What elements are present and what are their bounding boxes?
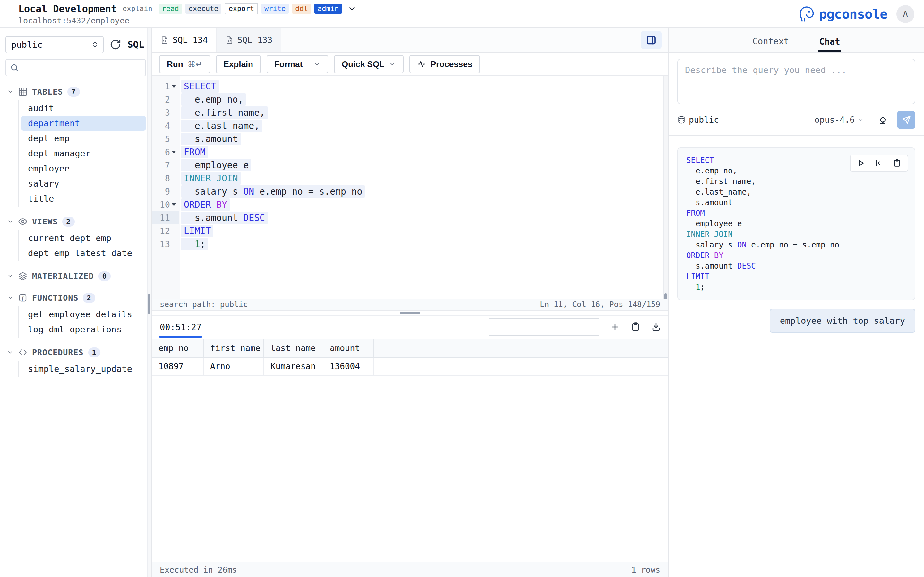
sidebar-item-log_dml_operations[interactable]: log_dml_operations: [21, 322, 145, 337]
section-items: get_employee_detailslog_dml_operations: [18, 306, 145, 338]
chat-composer: public opus-4.6: [669, 53, 924, 136]
explain-button[interactable]: Explain: [216, 55, 261, 73]
section-count-badge: 2: [62, 217, 74, 227]
editor-line[interactable]: 1SELECT: [152, 80, 668, 93]
sql-editor[interactable]: 1SELECT2 e.emp_no,3 e.first_name,4 e.las…: [152, 76, 668, 299]
editor-line[interactable]: 11 s.amount DESC: [152, 211, 668, 224]
code-token: ;: [200, 239, 206, 250]
download-results-button[interactable]: [651, 322, 661, 332]
editor-line[interactable]: 3 e.first_name,: [152, 106, 668, 119]
section-header-procedures[interactable]: PROCEDURES 1: [0, 345, 152, 359]
sidebar-item-current_dept_emp[interactable]: current_dept_emp: [21, 230, 145, 245]
statement-highlight: INNER JOIN: [181, 172, 241, 185]
section-header-views[interactable]: VIEWS 2: [0, 214, 152, 229]
insert-to-editor-icon[interactable]: [875, 159, 883, 167]
sidebar-item-audit[interactable]: audit: [21, 101, 145, 116]
composer-schema-chip[interactable]: public: [677, 115, 719, 125]
chat-history: SELECT e.emp_no, e.first_name, e.last_na…: [669, 136, 924, 577]
results-search-input[interactable]: [496, 322, 598, 332]
section-header-tables[interactable]: TABLES 7: [0, 85, 152, 99]
fold-icon[interactable]: [170, 80, 178, 93]
model-select[interactable]: opus-4.6: [814, 115, 864, 125]
result-cell: Arno: [204, 358, 264, 376]
fold-icon[interactable]: [170, 198, 178, 211]
sidebar-item-employee[interactable]: employee: [21, 161, 145, 176]
section-materialized: MATERIALIZED 0: [0, 269, 152, 283]
line-number: 4: [154, 121, 170, 131]
connection-menu-chevron-icon[interactable]: [348, 5, 356, 13]
user-avatar[interactable]: A: [897, 5, 914, 23]
chat-code-line: e.last_name,: [686, 187, 906, 197]
chevron-down-icon: [7, 218, 13, 225]
result-timer-tab[interactable]: 00:51:27: [159, 322, 202, 332]
chat-input[interactable]: [677, 59, 915, 104]
send-button[interactable]: [897, 111, 915, 129]
line-number: 5: [154, 134, 170, 144]
statement-highlight: ORDER BY: [181, 198, 230, 211]
sidebar-item-dept_emp_latest_date[interactable]: dept_emp_latest_date: [21, 245, 145, 261]
copy-code-icon[interactable]: [893, 159, 901, 167]
result-cell-spacer: [373, 358, 668, 376]
tab-context[interactable]: Context: [752, 30, 790, 50]
editor-line[interactable]: 10ORDER BY: [152, 198, 668, 211]
sidebar-item-title[interactable]: title: [21, 191, 145, 206]
schema-select[interactable]: public: [5, 36, 103, 53]
format-button[interactable]: Format: [267, 55, 328, 73]
column-header-emp_no[interactable]: emp_no: [152, 339, 204, 358]
code-token: salary s: [686, 240, 737, 250]
editor-line[interactable]: 2 e.emp_no,: [152, 93, 668, 106]
connection-title: Local Development: [18, 3, 117, 15]
sidebar-search-input[interactable]: [22, 63, 142, 73]
copy-results-button[interactable]: [631, 322, 640, 332]
tab-sql-134[interactable]: SQL 134: [152, 27, 217, 52]
editor-line[interactable]: 4 e.last_name,: [152, 119, 668, 132]
scrollbar-thumb[interactable]: [664, 293, 667, 299]
sidebar-item-dept_manager[interactable]: dept_manager: [21, 146, 145, 161]
editor-line[interactable]: 9 salary s ON e.emp_no = s.emp_no: [152, 185, 668, 198]
code-token: BY: [714, 251, 724, 260]
tab-sql-133[interactable]: SQL 133: [217, 27, 282, 52]
header-right: pgconsole A: [798, 5, 914, 23]
header-badge-export: export: [225, 3, 258, 15]
column-header-last_name[interactable]: last_name: [264, 339, 323, 358]
line-number: 10: [154, 200, 170, 210]
editor-line[interactable]: 5 s.amount: [152, 132, 668, 145]
fold-icon[interactable]: [170, 145, 178, 159]
code-token: e.last_name,: [184, 121, 260, 131]
quick-sql-button[interactable]: Quick SQL: [334, 55, 404, 73]
run-code-icon[interactable]: [857, 159, 865, 167]
brand-logo: pgconsole: [798, 5, 887, 23]
chevron-down-icon[interactable]: [313, 61, 320, 68]
add-result-tab-button[interactable]: [610, 322, 620, 332]
statement-highlight: FROM: [181, 146, 208, 158]
editor-line[interactable]: 12LIMIT: [152, 224, 668, 237]
editor-scrollbar[interactable]: [664, 76, 668, 299]
section-header-materialized[interactable]: MATERIALIZED 0: [0, 269, 152, 283]
sidebar-item-salary[interactable]: salary: [21, 176, 145, 191]
code-token: ORDER: [686, 251, 709, 260]
run-button[interactable]: Run ⌘↵: [159, 55, 210, 73]
clear-chat-button[interactable]: [878, 115, 888, 125]
section-header-functions[interactable]: f FUNCTIONS 2: [0, 291, 152, 305]
sidebar-item-dept_emp[interactable]: dept_emp: [21, 131, 145, 146]
result-row[interactable]: 10897ArnoKumaresan136004: [152, 358, 668, 376]
editor-line[interactable]: 8INNER JOIN: [152, 172, 668, 185]
split-panel-button[interactable]: [641, 31, 662, 49]
editor-line[interactable]: 6FROM: [152, 145, 668, 159]
sidebar-item-simple_salary_update[interactable]: simple_salary_update: [21, 361, 145, 376]
eraser-icon: [878, 115, 888, 125]
column-header-first_name[interactable]: first_name: [204, 339, 264, 358]
drag-handle[interactable]: [400, 311, 420, 314]
editor-line[interactable]: 7 employee e: [152, 159, 668, 172]
column-header-amount[interactable]: amount: [323, 339, 373, 358]
sidebar-scrollbar[interactable]: [147, 27, 152, 577]
editor-line[interactable]: 13 1;: [152, 237, 668, 251]
refresh-button[interactable]: [110, 39, 121, 50]
processes-button[interactable]: Processes: [409, 55, 480, 73]
scrollbar-thumb[interactable]: [148, 293, 150, 314]
sidebar-item-get_employee_details[interactable]: get_employee_details: [21, 307, 145, 322]
header-badge-write: write: [261, 3, 289, 14]
header-badge-ddl: ddl: [292, 3, 311, 14]
sidebar-item-department[interactable]: department: [21, 116, 145, 131]
tab-chat[interactable]: Chat: [819, 30, 841, 52]
